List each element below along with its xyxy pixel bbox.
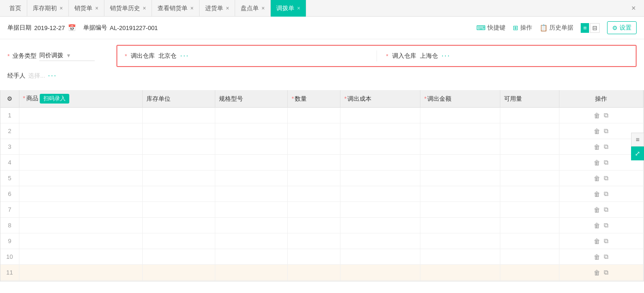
product-cell-10[interactable] xyxy=(19,249,143,265)
copy-icon-9[interactable]: ⧉ xyxy=(604,237,608,245)
unit-cell-1[interactable] xyxy=(143,108,215,123)
delete-icon-1[interactable]: 🗑 xyxy=(594,112,600,119)
close-tab-stocktake[interactable]: × xyxy=(261,5,265,12)
available-cell-8[interactable] xyxy=(500,218,559,233)
amount-cell-10[interactable] xyxy=(420,249,500,265)
amount-cell-3[interactable] xyxy=(420,139,500,155)
product-cell-8[interactable] xyxy=(19,218,143,233)
cost-cell-7[interactable] xyxy=(340,202,420,218)
available-cell-9[interactable] xyxy=(500,233,559,249)
copy-icon-11[interactable]: ⧉ xyxy=(604,269,608,276)
spec-cell-4[interactable] xyxy=(215,155,288,171)
copy-icon-7[interactable]: ⧉ xyxy=(604,206,608,214)
product-cell-9[interactable] xyxy=(19,233,143,249)
product-cell-5[interactable] xyxy=(19,171,143,186)
close-tab-inventory-init[interactable]: × xyxy=(60,5,63,12)
spec-cell-6[interactable] xyxy=(215,186,288,202)
tab-inventory-init[interactable]: 库存期初 × xyxy=(27,0,69,17)
tab-home[interactable]: 首页 xyxy=(4,0,27,17)
cost-cell-2[interactable] xyxy=(340,123,420,139)
available-cell-5[interactable] xyxy=(500,171,559,186)
delete-icon-10[interactable]: 🗑 xyxy=(594,253,600,261)
spec-cell-5[interactable] xyxy=(215,171,288,186)
spec-cell-7[interactable] xyxy=(215,202,288,218)
qty-cell-5[interactable] xyxy=(288,171,340,186)
tab-view-sales[interactable]: 查看销货单 × xyxy=(152,0,200,17)
delete-icon-5[interactable]: 🗑 xyxy=(594,175,600,182)
tab-purchase-order[interactable]: 进货单 × xyxy=(200,0,235,17)
cost-cell-4[interactable] xyxy=(340,155,420,171)
amount-cell-2[interactable] xyxy=(420,123,500,139)
product-cell-3[interactable] xyxy=(19,139,143,155)
cost-cell-8[interactable] xyxy=(340,218,420,233)
copy-icon-2[interactable]: ⧉ xyxy=(604,127,608,135)
calendar-icon[interactable]: 📅 xyxy=(68,24,76,31)
amount-cell-5[interactable] xyxy=(420,171,500,186)
delete-icon-6[interactable]: 🗑 xyxy=(594,190,600,198)
copy-icon-6[interactable]: ⧉ xyxy=(604,190,608,198)
amount-cell-4[interactable] xyxy=(420,155,500,171)
close-tab-sales-order[interactable]: × xyxy=(95,5,98,12)
unit-cell-5[interactable] xyxy=(143,171,215,186)
spec-cell-3[interactable] xyxy=(215,139,288,155)
delete-icon-4[interactable]: 🗑 xyxy=(594,159,600,166)
table-header-settings[interactable]: ⚙ xyxy=(0,90,19,108)
operator-more-icon[interactable]: ··· xyxy=(48,72,57,80)
copy-icon-8[interactable]: ⧉ xyxy=(604,221,608,229)
spec-cell-10[interactable] xyxy=(215,249,288,265)
warehouse-out-more-icon[interactable]: ··· xyxy=(180,52,189,60)
amount-cell-8[interactable] xyxy=(420,218,500,233)
qty-cell-8[interactable] xyxy=(288,218,340,233)
tab-sales-history[interactable]: 销货单历史 × xyxy=(104,0,152,17)
unit-cell-9[interactable] xyxy=(143,233,215,249)
qty-cell-10[interactable] xyxy=(288,249,340,265)
view-grid-btn[interactable]: ⊟ xyxy=(590,23,600,33)
shortcut-action[interactable]: ⌨ 快捷键 xyxy=(476,24,505,32)
available-cell-4[interactable] xyxy=(500,155,559,171)
qty-cell-1[interactable] xyxy=(288,108,340,123)
cost-cell-1[interactable] xyxy=(340,108,420,123)
copy-icon-3[interactable]: ⧉ xyxy=(604,143,608,151)
settings-button[interactable]: ⚙ 设置 xyxy=(607,21,637,34)
right-expand-btn[interactable]: ⤢ xyxy=(631,146,644,160)
product-cell-4[interactable] xyxy=(19,155,143,171)
close-tab-view-sales[interactable]: × xyxy=(190,5,194,12)
product-cell-7[interactable] xyxy=(19,202,143,218)
amount-cell-6[interactable] xyxy=(420,186,500,202)
business-type-select[interactable]: 同价调拨 ▼ xyxy=(39,51,95,61)
qty-cell-9[interactable] xyxy=(288,233,340,249)
warehouse-in-more-icon[interactable]: ··· xyxy=(442,52,450,60)
qty-cell-7[interactable] xyxy=(288,202,340,218)
available-cell-6[interactable] xyxy=(500,186,559,202)
amount-cell-7[interactable] xyxy=(420,202,500,218)
cost-cell-10[interactable] xyxy=(340,249,420,265)
amount-cell-9[interactable] xyxy=(420,233,500,249)
delete-icon-9[interactable]: 🗑 xyxy=(594,238,600,245)
unit-cell-3[interactable] xyxy=(143,139,215,155)
close-tab-purchase-order[interactable]: × xyxy=(226,5,229,12)
available-cell-1[interactable] xyxy=(500,108,559,123)
cost-cell-9[interactable] xyxy=(340,233,420,249)
close-tab-sales-history[interactable]: × xyxy=(143,5,146,12)
unit-cell-2[interactable] xyxy=(143,123,215,139)
tab-sales-order[interactable]: 销货单 × xyxy=(69,0,104,17)
spec-cell-2[interactable] xyxy=(215,123,288,139)
delete-icon-7[interactable]: 🗑 xyxy=(594,206,600,214)
unit-cell-8[interactable] xyxy=(143,218,215,233)
unit-cell-10[interactable] xyxy=(143,249,215,265)
unit-cell-7[interactable] xyxy=(143,202,215,218)
close-window-button[interactable]: × xyxy=(627,4,640,12)
operations-action[interactable]: ⊞ 操作 xyxy=(513,24,532,32)
unit-cell-4[interactable] xyxy=(143,155,215,171)
right-list-btn[interactable]: ≡ xyxy=(631,133,644,146)
available-cell-3[interactable] xyxy=(500,139,559,155)
copy-icon-1[interactable]: ⧉ xyxy=(604,111,608,119)
tab-transfer[interactable]: 调拨单 × xyxy=(271,0,306,17)
qty-cell-2[interactable] xyxy=(288,123,340,139)
available-cell-2[interactable] xyxy=(500,123,559,139)
cost-cell-6[interactable] xyxy=(340,186,420,202)
delete-icon-11[interactable]: 🗑 xyxy=(594,269,600,276)
amount-cell-1[interactable] xyxy=(420,108,500,123)
qty-cell-3[interactable] xyxy=(288,139,340,155)
delete-icon-8[interactable]: 🗑 xyxy=(594,222,600,229)
